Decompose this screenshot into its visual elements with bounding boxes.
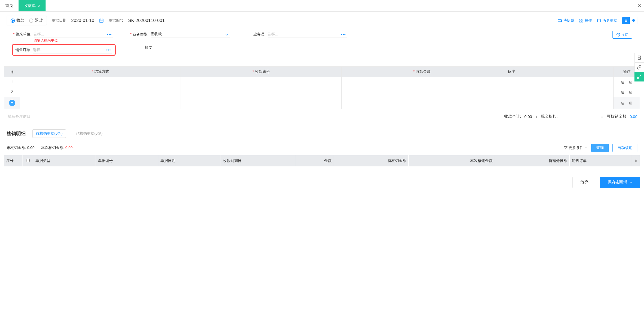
radio-receive[interactable]: 收款 — [11, 18, 24, 23]
summary-input[interactable] — [155, 44, 235, 51]
no-label: 单据编号 — [109, 18, 123, 23]
query-button[interactable]: 查询 — [591, 144, 609, 152]
side-tool-link[interactable] — [634, 62, 644, 72]
col-seq: 序号 — [4, 155, 23, 166]
list-icon — [597, 19, 601, 23]
radio-icon — [29, 19, 33, 23]
grid-icon — [579, 19, 583, 23]
summary-row: 收款合计: 0.00 + 现金折扣: = 可核销金额 0.00 — [4, 109, 640, 124]
more-dots-icon[interactable]: ••• — [107, 32, 112, 37]
biz-type-field: *业务类型 — [129, 31, 230, 38]
more-dots-icon[interactable]: ••• — [341, 32, 346, 37]
setting-button[interactable]: 设置 — [612, 31, 632, 39]
history-link[interactable]: 历史单据 — [597, 18, 617, 23]
svg-rect-4 — [558, 20, 561, 22]
delete-icon[interactable] — [621, 80, 625, 84]
copy-icon[interactable] — [629, 80, 633, 84]
copy-icon[interactable] — [629, 90, 633, 94]
col-sort[interactable]: ▲▼ — [632, 155, 640, 166]
biz-type-input[interactable] — [151, 31, 230, 38]
view-toggle — [622, 17, 637, 24]
col-settle: *结算方式 — [20, 67, 181, 77]
more-filter-link[interactable]: 更多条件 — [564, 146, 588, 150]
svg-rect-31 — [638, 56, 641, 57]
discount-input[interactable] — [561, 113, 598, 119]
customer-error: 请输入往来单位 — [34, 38, 58, 43]
svg-marker-30 — [564, 146, 567, 149]
salesman-input[interactable] — [268, 31, 347, 38]
col-salesorder: 销售订单 — [569, 155, 632, 166]
table-row: 2 — [4, 87, 640, 97]
chevron-down-icon — [584, 146, 588, 149]
auto-writeoff-button[interactable]: 自动核销 — [612, 144, 637, 152]
delete-icon[interactable] — [621, 90, 625, 94]
calendar-icon[interactable] — [99, 18, 104, 23]
view-card-icon[interactable] — [630, 17, 637, 24]
svg-line-34 — [637, 77, 639, 79]
tabs-bar: 首页 收款单 × × — [0, 0, 644, 12]
chevron-down-icon — [629, 181, 633, 184]
col-account: *收款账号 — [181, 67, 342, 77]
date-value[interactable]: 2020-01-10 — [71, 18, 94, 23]
col-amount: 金额 — [295, 155, 334, 166]
gear-icon — [10, 70, 14, 74]
more-dots-icon[interactable]: ••• — [106, 48, 111, 52]
filter-row: 未核销金额: 0.00 本次核销金额: 0.00 更多条件 查询 自动核销 — [4, 140, 640, 155]
view-list-icon[interactable] — [622, 17, 630, 24]
cancel-button[interactable]: 放弃 — [573, 177, 596, 188]
date-label: 单据日期 — [52, 18, 66, 23]
shortcut-link[interactable]: 快捷键 — [558, 18, 574, 23]
tab-label: 收款单 — [24, 3, 36, 8]
col-pending: 待核销金额 — [334, 155, 408, 166]
subtab-pending[interactable]: 待核销单据(0笔) — [32, 129, 66, 138]
svg-rect-18 — [634, 21, 635, 22]
copy-icon[interactable] — [629, 101, 633, 105]
add-row-button[interactable]: + — [9, 100, 15, 106]
summary-field: 摘要 — [142, 44, 235, 51]
svg-point-19 — [618, 34, 619, 35]
table-row: 1 — [4, 77, 640, 87]
writeoff-value: 0.00 — [630, 114, 637, 119]
svg-rect-8 — [582, 21, 583, 22]
remark-input[interactable] — [7, 113, 126, 120]
delete-icon[interactable] — [621, 101, 625, 105]
save-button[interactable]: 保存&新增 — [600, 177, 640, 188]
close-icon[interactable]: × — [38, 3, 40, 8]
svg-rect-15 — [632, 19, 633, 20]
side-tool-expand[interactable] — [634, 72, 644, 81]
radio-label: 收款 — [16, 18, 24, 23]
sales-order-input[interactable] — [33, 46, 112, 53]
side-tool-print[interactable] — [634, 53, 644, 62]
detail-table: 序号 单据类型 单据编号 单据日期 收款到期日 金额 待核销金额 本次核销金额 … — [4, 155, 640, 166]
customer-field: *往来单位 ••• 请输入往来单位 — [12, 31, 113, 38]
svg-rect-5 — [580, 19, 581, 20]
col-thiswo: 本次核销金额 — [408, 155, 495, 166]
svg-rect-7 — [580, 21, 581, 22]
page-close-icon[interactable]: × — [638, 2, 641, 10]
select-all-checkbox[interactable] — [26, 159, 30, 162]
side-tools — [634, 53, 644, 81]
operate-link[interactable]: 操作 — [579, 18, 592, 23]
tab-home[interactable]: 首页 — [0, 0, 19, 11]
col-remark: 备注 — [502, 67, 614, 77]
uncleared-value: 0.00 — [27, 146, 34, 150]
subtab-done[interactable]: 已核销单据(0笔) — [73, 130, 106, 138]
chevron-down-icon[interactable] — [225, 32, 229, 37]
col-billno: 单据编号 — [96, 155, 158, 166]
page-footer: 放弃 保存&新增 — [0, 172, 644, 193]
payment-table: *结算方式 *收款账号 *收款金额 备注 操作 1 2 — [4, 66, 640, 109]
svg-line-33 — [640, 75, 641, 76]
salesman-field: 业务员 ••• — [246, 31, 347, 38]
svg-rect-6 — [582, 19, 583, 20]
customer-input[interactable] — [34, 31, 113, 38]
tab-receipt[interactable]: 收款单 × — [19, 0, 46, 11]
svg-point-20 — [12, 71, 13, 72]
radio-label: 退款 — [35, 18, 43, 23]
filter-icon — [564, 146, 567, 150]
gear-icon — [616, 33, 620, 37]
col-amount: *收款金额 — [342, 67, 502, 77]
sales-order-highlight: 销售订单 ••• — [12, 44, 116, 56]
gear-header[interactable] — [4, 67, 20, 77]
this-writeoff-value: 0.00 — [65, 146, 73, 150]
radio-refund[interactable]: 退款 — [29, 18, 43, 23]
